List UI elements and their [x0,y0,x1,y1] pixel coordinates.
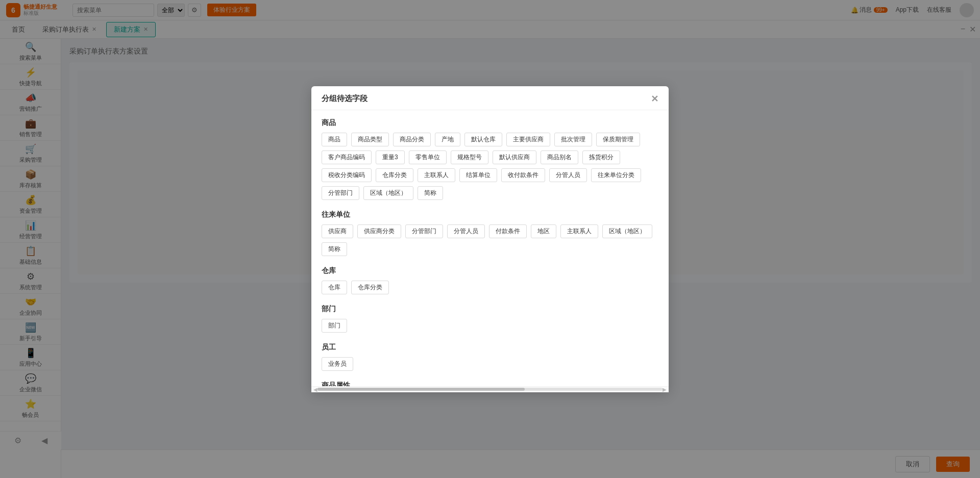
field-tag-4-0[interactable]: 业务员 [322,357,353,371]
field-tag-0-22[interactable]: 分管部门 [322,186,359,200]
field-tags-1: 供应商供应商分类分管部门分管人员付款条件地区主联系人区域（地区）简称 [322,224,658,256]
field-section-1: 往来单位供应商供应商分类分管部门分管人员付款条件地区主联系人区域（地区）简称 [322,210,658,256]
field-tag-0-7[interactable]: 保质期管理 [596,133,640,146]
field-tag-0-5[interactable]: 主要供应商 [506,133,550,146]
field-tag-1-2[interactable]: 分管部门 [405,224,443,238]
field-tag-0-6[interactable]: 批次管理 [554,133,592,146]
field-tags-3: 部门 [322,319,658,333]
field-section-5: 商品属性属性颜色多规格尺码鞋码1 [322,381,658,386]
field-tag-2-0[interactable]: 仓库 [322,281,347,294]
field-tag-0-20[interactable]: 分管人员 [549,168,587,182]
modal-close-button[interactable]: ✕ [651,93,658,105]
field-tag-0-18[interactable]: 结算单位 [459,168,497,182]
field-section-3: 部门部门 [322,305,658,333]
field-tag-0-2[interactable]: 商品分类 [393,133,431,146]
scroll-right-arrow[interactable]: ▶ [663,387,667,392]
field-tag-1-7[interactable]: 区域（地区） [602,224,652,238]
field-tag-0-13[interactable]: 商品别名 [541,150,578,164]
section-title-2: 仓库 [322,266,658,275]
field-tag-1-1[interactable]: 供应商分类 [357,224,401,238]
section-title-5: 商品属性 [322,381,658,386]
field-tags-4: 业务员 [322,357,658,371]
field-tag-1-6[interactable]: 主联系人 [560,224,598,238]
field-section-0: 商品商品商品类型商品分类产地默认仓库主要供应商批次管理保质期管理客户商品编码重量… [322,118,658,200]
field-tag-0-17[interactable]: 主联系人 [418,168,455,182]
field-tag-1-3[interactable]: 分管人员 [447,224,485,238]
field-tag-0-11[interactable]: 规格型号 [451,150,488,164]
field-tag-0-1[interactable]: 商品类型 [351,133,389,146]
field-tag-3-0[interactable]: 部门 [322,319,347,333]
field-tags-0: 商品商品类型商品分类产地默认仓库主要供应商批次管理保质期管理客户商品编码重量3零… [322,133,658,200]
field-tag-1-8[interactable]: 简称 [322,242,347,256]
field-tag-1-4[interactable]: 付款条件 [489,224,527,238]
field-tag-0-23[interactable]: 区域（地区） [363,186,413,200]
section-title-0: 商品 [322,118,658,128]
field-section-2: 仓库仓库仓库分类 [322,266,658,294]
field-tag-0-19[interactable]: 收付款条件 [501,168,545,182]
field-tag-0-24[interactable]: 简称 [418,186,443,200]
field-tags-2: 仓库仓库分类 [322,281,658,294]
field-tag-1-5[interactable]: 地区 [531,224,556,238]
field-tag-0-12[interactable]: 默认供应商 [493,150,536,164]
field-tag-1-0[interactable]: 供应商 [322,224,353,238]
field-section-4: 员工业务员 [322,343,658,371]
modal-horizontal-scrollbar: ◀ ▶ [311,386,669,392]
field-tag-0-21[interactable]: 往来单位分类 [591,168,641,182]
section-title-1: 往来单位 [322,210,658,219]
field-tag-0-8[interactable]: 客户商品编码 [322,150,372,164]
modal: 分组待选字段 ✕ 商品商品商品类型商品分类产地默认仓库主要供应商批次管理保质期管… [311,86,669,392]
modal-header: 分组待选字段 ✕ [311,86,669,110]
field-tag-0-4[interactable]: 默认仓库 [464,133,502,146]
field-tag-0-14[interactable]: 拣货积分 [582,150,620,164]
modal-overlay: 分组待选字段 ✕ 商品商品商品类型商品分类产地默认仓库主要供应商批次管理保质期管… [0,0,980,478]
field-tag-0-10[interactable]: 零售单位 [409,150,447,164]
horizontal-scroll-track[interactable] [317,388,663,391]
field-tag-0-9[interactable]: 重量3 [376,150,405,164]
section-title-3: 部门 [322,305,658,314]
scroll-left-arrow[interactable]: ◀ [313,387,317,392]
field-tag-0-3[interactable]: 产地 [435,133,460,146]
field-tag-0-0[interactable]: 商品 [322,133,347,146]
field-tag-0-15[interactable]: 税收分类编码 [322,168,372,182]
field-tag-2-1[interactable]: 仓库分类 [351,281,389,294]
horizontal-scroll-thumb [317,388,525,391]
section-title-4: 员工 [322,343,658,352]
modal-body[interactable]: 商品商品商品类型商品分类产地默认仓库主要供应商批次管理保质期管理客户商品编码重量… [311,110,669,386]
field-tag-0-16[interactable]: 仓库分类 [376,168,413,182]
modal-title: 分组待选字段 [322,94,368,104]
